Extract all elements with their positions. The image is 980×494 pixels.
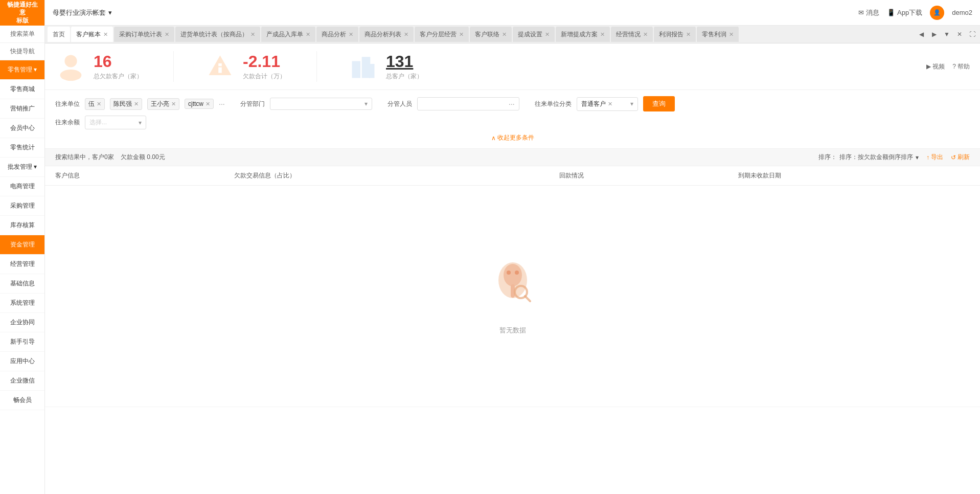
sidebar-item-basic[interactable]: 基础信息 [0,274,44,294]
sidebar-item-quick-nav[interactable]: 快捷导航 [0,43,44,60]
tab-close-all-btn[interactable]: ✕ [954,29,965,39]
tab-close-icon[interactable]: ✕ [643,31,648,38]
svg-line-13 [525,296,530,301]
person-selector[interactable]: ··· [417,97,519,110]
video-help-btn[interactable]: ▶ 视频 [926,62,945,71]
tab-close-icon[interactable]: ✕ [103,31,108,38]
username: demo2 [952,9,972,16]
tab-close-icon[interactable]: ✕ [404,31,408,38]
tab-operation[interactable]: 经营情况 ✕ [611,27,653,42]
tab-purchase-stats[interactable]: 采购订单统计表 ✕ [114,27,174,42]
sidebar-item-app-center[interactable]: 应用中心 [0,352,44,371]
svg-rect-2 [218,67,222,73]
collapse-btn[interactable]: ∧ 收起更多条件 [491,133,534,142]
sidebar-item-operation[interactable]: 经营管理 [0,255,44,274]
sidebar-item-system[interactable]: 系统管理 [0,294,44,313]
tab-customer-tier-label: 客户分层经营 [420,30,457,39]
tab-customer-ledger[interactable]: 客户账本 ✕ [71,27,113,42]
category-selector[interactable]: 普通客户 ✕ ▾ [577,97,638,111]
sidebar-item-member[interactable]: 会员中心 [0,119,44,138]
tag-cj-close[interactable]: ✕ [206,101,210,107]
tag-wang-close[interactable]: ✕ [171,101,176,107]
filter-tag-wang[interactable]: 王小亮 ✕ [147,98,179,110]
tab-commission-settings[interactable]: 提成设置 ✕ [513,27,555,42]
tab-menu-btn[interactable]: ▼ [942,29,952,39]
stat-total-label: 总客户（家） [386,72,423,81]
sidebar-item-ecommerce[interactable]: 电商管理 [0,177,44,196]
sidebar-item-wechat[interactable]: 企业微信 [0,371,44,391]
tab-commission-settings-label: 提成设置 [518,30,542,39]
query-button[interactable]: 查询 [643,96,675,111]
sidebar-item-retail-mall[interactable]: 零售商城 [0,80,44,99]
tab-purchase-stats-label: 采购订单统计表 [119,30,162,39]
tab-inbound-stats[interactable]: 进货单统计表（按商品） ✕ [175,27,260,42]
collapse-arrow-icon: ∧ [491,134,496,142]
topbar-left: 母婴行业演示帐套 ▾ [53,8,112,17]
tab-close-icon[interactable]: ✕ [250,31,255,38]
tag-wu-close[interactable]: ✕ [97,101,101,107]
tab-profit-report-label: 利润报告 [659,30,683,39]
tab-product-analysis-list[interactable]: 商品分析列表 ✕ [359,27,414,42]
sidebar-item-marketing[interactable]: 营销推广 [0,99,44,119]
tab-close-icon[interactable]: ✕ [306,31,310,38]
tab-close-icon[interactable]: ✕ [349,31,353,38]
messages-btn[interactable]: ✉ 消息 [858,8,879,17]
filter-tag-normal[interactable]: 普通客户 ✕ [581,100,612,108]
sidebar-item-retail-stats[interactable]: 零售统计 [0,138,44,158]
sidebar-item-purchase[interactable]: 采购管理 [0,196,44,216]
tab-customer-contact[interactable]: 客户联络 ✕ [470,27,512,42]
sidebar-item-inventory[interactable]: 库存核算 [0,216,44,235]
filter-more-tags-btn[interactable]: ··· [219,100,225,108]
dept-arrow-icon: ▾ [364,100,368,107]
tab-close-icon[interactable]: ✕ [502,31,507,38]
sidebar-item-wholesale[interactable]: 批发管理 ▾ [0,158,44,177]
tab-retail-profit[interactable]: 零售利润 ✕ [697,27,739,42]
filter-tag-cj[interactable]: cjttcw ✕ [185,99,214,109]
sort-selector[interactable]: 排序： 排序：按欠款金额倒序排序 ▾ [818,153,919,162]
account-selector[interactable]: 母婴行业演示帐套 ▾ [53,8,112,17]
tab-close-icon[interactable]: ✕ [729,31,734,38]
tab-retail-profit-label: 零售利润 [702,30,726,39]
tab-home[interactable]: 首页 [48,27,70,42]
sidebar-item-changhui[interactable]: 畅会员 [0,391,44,410]
tab-production[interactable]: 产成品入库单 ✕ [261,27,315,42]
tab-customer-tier[interactable]: 客户分层经营 ✕ [415,27,469,42]
tag-normal-close[interactable]: ✕ [608,101,612,107]
tab-customer-contact-label: 客户联络 [475,30,499,39]
sidebar-item-enterprise[interactable]: 企业协同 [0,313,44,332]
filter-tag-chen[interactable]: 陈民强 ✕ [110,98,142,110]
person-more-icon[interactable]: ··· [509,100,515,108]
tab-new-commission-label: 新增提成方案 [561,30,598,39]
tab-close-icon[interactable]: ✕ [545,31,550,38]
stat-total-value: 131 [386,52,423,71]
help-area: ▶ 视频 ? 帮助 [926,62,970,71]
sidebar-item-guide[interactable]: 新手引导 [0,332,44,352]
filter-tag-wu[interactable]: 伍 ✕ [85,98,105,110]
table-body: 暂无数据 [45,186,980,407]
sidebar-item-finance[interactable]: 资金管理 [0,235,44,255]
balance-selector[interactable]: 选择... ▾ [85,116,146,129]
tab-new-commission[interactable]: 新增提成方案 ✕ [556,27,610,42]
refresh-btn[interactable]: ↺ 刷新 [951,153,970,162]
export-btn[interactable]: ↑ 导出 [926,153,943,162]
tab-prev-btn[interactable]: ◀ [916,29,926,39]
help-btn[interactable]: ? 帮助 [952,62,970,71]
stat-icon-total [348,51,378,82]
result-amount-text: 欠款金额 0.00元 [121,153,165,161]
tab-close-icon[interactable]: ✕ [459,31,464,38]
user-avatar[interactable]: 👤 [930,6,944,20]
app-download-btn[interactable]: 📱 App下载 [887,8,922,17]
tag-chen-close[interactable]: ✕ [134,101,139,107]
tab-close-icon[interactable]: ✕ [600,31,605,38]
tab-next-btn[interactable]: ▶ [929,29,939,39]
tab-close-icon[interactable]: ✕ [686,31,691,38]
sidebar-item-search[interactable]: 搜索菜单 [0,26,44,43]
tab-profit-report[interactable]: 利润报告 ✕ [654,27,696,42]
svg-point-0 [64,55,77,67]
sidebar-item-retail[interactable]: 零售管理 ▾ [0,60,44,80]
empty-cell: 暂无数据 [45,186,980,407]
dept-selector[interactable]: ▾ [270,98,372,110]
tab-product-analysis[interactable]: 商品分析 ✕ [316,27,358,42]
tab-fullscreen-btn[interactable]: ⛶ [967,29,977,39]
tab-close-icon[interactable]: ✕ [165,31,169,38]
